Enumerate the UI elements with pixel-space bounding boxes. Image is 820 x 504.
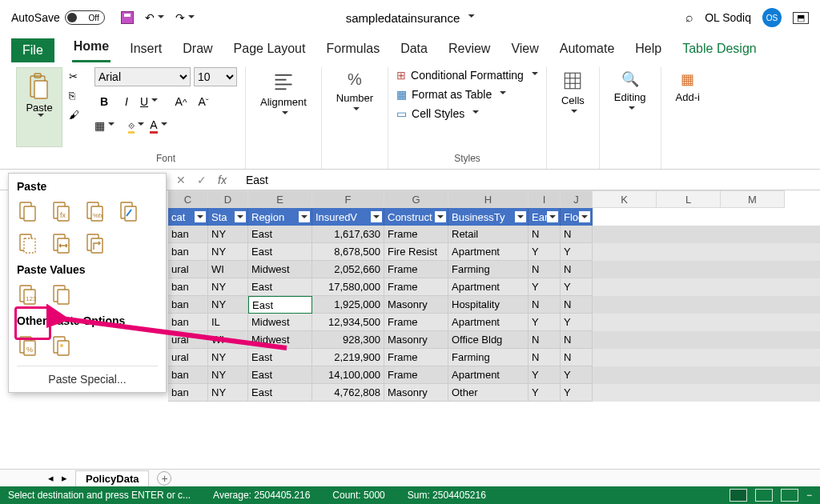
table-header-cell[interactable]: cat — [168, 208, 208, 226]
tab-file[interactable]: File — [11, 38, 54, 62]
view-normal-icon[interactable] — [730, 489, 747, 502]
zoom-out-icon[interactable]: − — [806, 490, 812, 501]
cell[interactable]: 12,934,500 — [312, 314, 384, 331]
cell[interactable]: NY — [208, 243, 248, 261]
filter-dropdown-icon[interactable] — [435, 211, 446, 222]
cell[interactable]: 2,219,900 — [312, 349, 384, 366]
cell[interactable]: 1,617,630 — [312, 226, 384, 243]
autosave-pill[interactable]: Off — [65, 10, 105, 25]
cell[interactable]: Y — [529, 314, 561, 331]
cell[interactable]: 2,052,660 — [312, 261, 384, 278]
cell-styles-button[interactable]: ▭Cell Styles — [396, 107, 479, 120]
paste-values-icon[interactable]: 123 — [17, 282, 39, 306]
avatar[interactable]: OS — [762, 8, 782, 27]
paste-formulas-number-icon[interactable]: %fx — [84, 199, 107, 223]
filter-dropdown-icon[interactable] — [299, 211, 310, 222]
cell[interactable]: East — [248, 366, 312, 384]
cell[interactable]: N — [561, 261, 593, 278]
cell[interactable]: N — [561, 296, 593, 314]
col-header[interactable]: D — [208, 190, 248, 208]
cell[interactable]: East — [248, 296, 312, 314]
cell[interactable]: Masonry — [384, 384, 448, 402]
cell[interactable]: NY — [208, 384, 248, 402]
cell[interactable]: Y — [561, 384, 593, 402]
tab-review[interactable]: Review — [447, 38, 492, 62]
cancel-icon[interactable]: ✕ — [176, 174, 186, 186]
cell[interactable]: N — [561, 349, 593, 366]
cell[interactable]: Y — [529, 366, 561, 384]
paste-all-icon[interactable] — [17, 199, 39, 223]
tab-home[interactable]: Home — [72, 36, 111, 62]
cell[interactable]: 1,925,000 — [312, 296, 384, 314]
cell[interactable]: NY — [208, 278, 248, 296]
cut-icon[interactable]: ✂ — [69, 70, 85, 83]
cell[interactable]: Fire Resist — [384, 243, 448, 261]
table-header-cell[interactable]: Floo — [561, 208, 593, 226]
cell[interactable]: East — [248, 349, 312, 366]
filter-dropdown-icon[interactable] — [547, 211, 558, 222]
cell[interactable]: Y — [529, 243, 561, 261]
cell[interactable]: N — [529, 349, 561, 366]
tab-view[interactable]: View — [509, 38, 540, 62]
cell[interactable]: Apartment — [448, 314, 529, 331]
col-header[interactable]: I — [529, 190, 561, 208]
cell[interactable]: Frame — [384, 349, 448, 366]
col-header[interactable]: C — [168, 190, 208, 208]
cell[interactable]: NY — [208, 366, 248, 384]
cell[interactable]: Hospitality — [448, 296, 529, 314]
cell[interactable]: ban — [168, 384, 208, 402]
col-header[interactable]: K — [593, 190, 657, 208]
tab-data[interactable]: Data — [399, 38, 429, 62]
paste-no-borders-icon[interactable] — [17, 231, 39, 255]
cell[interactable]: Masonry — [384, 296, 448, 314]
cell[interactable]: Farming — [448, 349, 529, 366]
table-header-cell[interactable]: Sta — [208, 208, 248, 226]
underline-button[interactable]: U — [139, 93, 159, 110]
col-header[interactable]: F — [312, 190, 384, 208]
cell[interactable]: Frame — [384, 261, 448, 278]
cell[interactable]: 17,580,000 — [312, 278, 384, 296]
number-button[interactable]: % Number — [330, 67, 380, 117]
cell[interactable]: 8,678,500 — [312, 243, 384, 261]
tab-automate[interactable]: Automate — [558, 38, 616, 62]
cell[interactable]: East — [248, 226, 312, 243]
table-header-cell[interactable]: Ear — [529, 208, 561, 226]
format-as-table-button[interactable]: ▦Format as Table — [396, 88, 506, 101]
cell[interactable]: Y — [561, 314, 593, 331]
borders-button[interactable]: ▦ — [94, 117, 114, 134]
chevron-down-icon[interactable] — [468, 14, 474, 21]
table-header-cell[interactable]: Region — [248, 208, 312, 226]
cell[interactable]: IL — [208, 314, 248, 331]
doc-name[interactable]: sampledatainsurance — [346, 11, 460, 25]
cell[interactable]: ban — [168, 366, 208, 384]
paste-picture-icon[interactable] — [50, 334, 73, 358]
undo-icon[interactable]: ↶ — [145, 11, 164, 24]
cell[interactable]: Apartment — [448, 278, 529, 296]
filter-dropdown-icon[interactable] — [371, 211, 382, 222]
cell[interactable]: East — [248, 278, 312, 296]
tab-insert[interactable]: Insert — [128, 38, 163, 62]
cell[interactable]: WI — [208, 331, 248, 349]
cell[interactable]: Midwest — [248, 261, 312, 278]
table-header-cell[interactable]: InsuredV — [312, 208, 384, 226]
new-sheet-button[interactable]: + — [157, 471, 171, 486]
cell[interactable]: Apartment — [448, 366, 529, 384]
editing-button[interactable]: 🔍Editing — [608, 67, 653, 116]
cell[interactable]: 14,100,000 — [312, 366, 384, 384]
cell[interactable]: N — [529, 296, 561, 314]
cell[interactable]: 928,300 — [312, 331, 384, 349]
cell[interactable]: 4,762,808 — [312, 384, 384, 402]
cell[interactable]: Midwest — [248, 314, 312, 331]
paste-keep-width-icon[interactable] — [50, 231, 73, 255]
cell[interactable]: NY — [208, 296, 248, 314]
cell[interactable]: Y — [529, 278, 561, 296]
bold-button[interactable]: B — [94, 93, 114, 110]
search-icon[interactable]: ⌕ — [685, 10, 693, 25]
cell[interactable]: ban — [168, 226, 208, 243]
cell[interactable]: ban — [168, 314, 208, 331]
cell[interactable]: Masonry — [384, 331, 448, 349]
addins-button[interactable]: ▦Add-i — [669, 67, 706, 106]
cell[interactable]: Y — [529, 384, 561, 402]
paste-transpose-icon[interactable] — [84, 231, 107, 255]
tab-help[interactable]: Help — [633, 38, 663, 62]
